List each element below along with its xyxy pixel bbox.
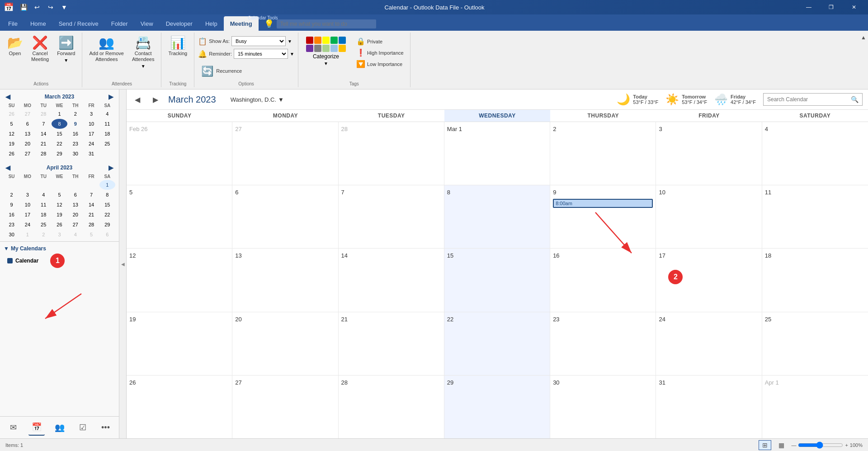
- mini-date[interactable]: 15: [52, 129, 67, 139]
- ribbon-collapse[interactable]: ▲: [859, 33, 868, 87]
- cal-cell[interactable]: 23: [550, 312, 656, 375]
- mini-date[interactable]: 10: [83, 119, 99, 129]
- cancel-meeting-button[interactable]: ❌ CancelMeeting: [28, 34, 52, 65]
- april-mini-date[interactable]: 11: [36, 200, 52, 210]
- cal-cell[interactable]: 21: [339, 312, 444, 375]
- cal-cell[interactable]: 2: [550, 122, 656, 185]
- april-mini-date[interactable]: 8: [99, 190, 115, 200]
- cal-cell[interactable]: 27: [232, 376, 338, 438]
- cal-cell[interactable]: 22: [444, 312, 550, 375]
- april-mini-date[interactable]: 14: [83, 200, 99, 210]
- next-month-cal-button[interactable]: ▶: [150, 94, 161, 105]
- tab-send-receive[interactable]: Send / Receive: [52, 16, 105, 31]
- mini-date[interactable]: 25: [99, 139, 115, 149]
- april-mini-date[interactable]: 26: [52, 220, 67, 230]
- cal-cell[interactable]: Apr 1: [762, 376, 868, 438]
- more-nav-button[interactable]: •••: [98, 419, 114, 436]
- next-month-april-button[interactable]: ▶: [107, 164, 115, 171]
- mini-date[interactable]: 31: [83, 149, 99, 159]
- april-mini-date[interactable]: 29: [99, 220, 115, 230]
- tab-help[interactable]: Help: [199, 16, 224, 31]
- cal-cell[interactable]: 18: [762, 249, 868, 311]
- prev-month-cal-button[interactable]: ◀: [132, 94, 143, 105]
- tasks-nav-button[interactable]: ☑: [75, 419, 91, 436]
- april-mini-date[interactable]: 22: [99, 210, 115, 220]
- mini-date[interactable]: 9: [67, 119, 83, 129]
- cal-cell[interactable]: 31: [656, 376, 762, 438]
- prev-month-button[interactable]: ◀: [4, 93, 12, 100]
- add-remove-attendees-button[interactable]: 👥 Add or RemoveAttendees: [86, 34, 127, 65]
- tracking-button[interactable]: 📊 Tracking: [165, 34, 190, 59]
- mini-date[interactable]: 28: [36, 109, 52, 119]
- mini-date[interactable]: 18: [99, 129, 115, 139]
- open-button[interactable]: 📂 Open: [4, 34, 26, 59]
- private-button[interactable]: 🔒 Private: [354, 36, 406, 47]
- people-nav-button[interactable]: 👥: [52, 419, 68, 436]
- april-mini-date[interactable]: 5: [52, 190, 67, 200]
- april-mini-date[interactable]: 17: [19, 210, 35, 220]
- categorize-button[interactable]: Categorize ▼: [302, 34, 350, 68]
- restore-button[interactable]: ❐: [821, 0, 842, 14]
- mini-date[interactable]: 2: [67, 109, 83, 119]
- mini-date[interactable]: 1: [52, 109, 67, 119]
- cal-cell[interactable]: 20: [232, 312, 338, 375]
- april-mini-date[interactable]: 18: [36, 210, 52, 220]
- april-mini-date[interactable]: 1: [99, 180, 115, 190]
- april-mini-date[interactable]: 3: [19, 190, 35, 200]
- mini-date[interactable]: 24: [83, 139, 99, 149]
- zoom-out-icon[interactable]: —: [791, 442, 796, 448]
- more-qat[interactable]: ▼: [58, 1, 71, 14]
- mini-date[interactable]: 27: [19, 149, 35, 159]
- low-importance-button[interactable]: 🔽 Low Importance: [354, 59, 406, 69]
- cal-cell[interactable]: Feb 26: [127, 122, 232, 185]
- mini-date[interactable]: 26: [4, 149, 19, 159]
- prev-month-april-button[interactable]: ◀: [4, 164, 12, 171]
- zoom-slider[interactable]: [798, 442, 843, 449]
- tab-home[interactable]: Home: [24, 16, 52, 31]
- april-mini-date[interactable]: 5: [83, 230, 99, 240]
- zoom-in-icon[interactable]: +: [845, 442, 848, 448]
- april-mini-date[interactable]: 24: [19, 220, 35, 230]
- cal-cell[interactable]: 13: [232, 249, 338, 311]
- cal-cell[interactable]: 14: [339, 249, 444, 311]
- cal-cell[interactable]: 27: [232, 122, 338, 185]
- mini-date[interactable]: 29: [52, 149, 67, 159]
- cal-cell-thu-9[interactable]: 9 8:00am 2: [550, 185, 656, 248]
- collapse-icon[interactable]: ▲: [861, 34, 866, 41]
- april-mini-date[interactable]: 25: [36, 220, 52, 230]
- april-mini-date[interactable]: 27: [67, 220, 83, 230]
- mini-date[interactable]: 30: [67, 149, 83, 159]
- cal-cell[interactable]: 11: [762, 185, 868, 248]
- april-mini-date[interactable]: 21: [83, 210, 99, 220]
- cal-cell[interactable]: 30: [550, 376, 656, 438]
- cal-cell-wed-8[interactable]: 8: [444, 185, 550, 248]
- tab-file[interactable]: File: [2, 16, 24, 31]
- april-mini-date[interactable]: 30: [4, 230, 19, 240]
- cal-cell[interactable]: 26: [127, 376, 232, 438]
- mini-date[interactable]: 19: [4, 139, 19, 149]
- april-mini-date[interactable]: 2: [36, 230, 52, 240]
- april-mini-date[interactable]: 23: [4, 220, 19, 230]
- mini-date[interactable]: 12: [4, 129, 19, 139]
- mini-date[interactable]: 11: [99, 119, 115, 129]
- location-dropdown[interactable]: Washington, D.C. ▼: [227, 94, 288, 105]
- april-mini-date[interactable]: 3: [52, 230, 67, 240]
- search-calendar-input[interactable]: 🔍: [763, 93, 863, 106]
- mail-nav-button[interactable]: ✉: [5, 419, 22, 436]
- mini-date[interactable]: 28: [36, 149, 52, 159]
- mini-date[interactable]: 6: [19, 119, 35, 129]
- redo-qat[interactable]: ↪: [44, 1, 57, 14]
- cal-cell[interactable]: 7: [339, 185, 444, 248]
- cal-cell[interactable]: 3: [656, 122, 762, 185]
- calendar-nav-button[interactable]: 📅: [28, 419, 45, 436]
- cal-cell[interactable]: 10: [656, 185, 762, 248]
- april-mini-date[interactable]: 28: [83, 220, 99, 230]
- april-mini-date[interactable]: 10: [19, 200, 35, 210]
- recurrence-button[interactable]: 🔄 Recurrence: [198, 63, 245, 80]
- mini-date[interactable]: 23: [67, 139, 83, 149]
- cal-cell[interactable]: 12: [127, 249, 232, 311]
- cal-cell[interactable]: 16: [550, 249, 656, 311]
- cal-cell[interactable]: 24: [656, 312, 762, 375]
- tell-me-input[interactable]: [277, 19, 376, 28]
- april-mini-date[interactable]: 6: [99, 230, 115, 240]
